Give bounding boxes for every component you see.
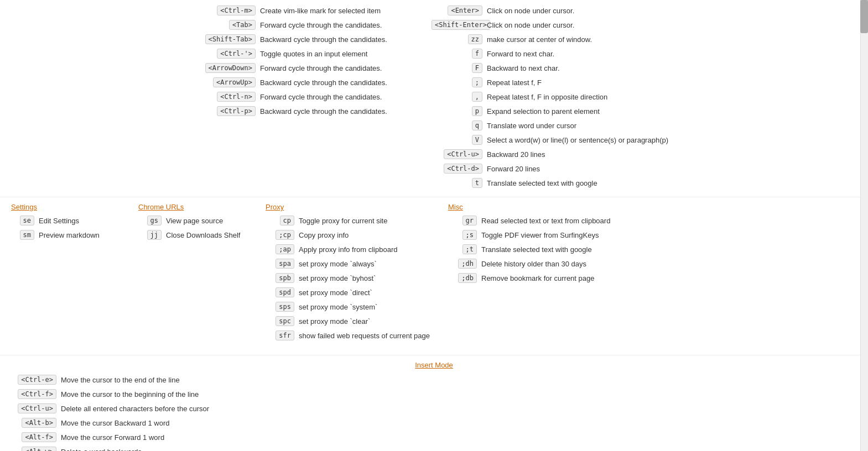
key-row: pExpand selection to parent element (432, 105, 708, 117)
keyboard-shortcut: sm (20, 230, 34, 240)
key-row: ,Repeat latest f, F in opposite directio… (432, 91, 708, 103)
key-cell: spa (266, 259, 299, 269)
key-cell: sps (266, 302, 299, 312)
key-row: <Ctrl-f>Move the cursor to the beginning… (11, 388, 857, 400)
key-cell: ; (432, 77, 487, 87)
key-cell: spb (266, 273, 299, 283)
key-cell: q (432, 120, 487, 130)
shortcut-description: Backward cycle through the candidates. (260, 35, 420, 44)
key-cell: sfr (266, 331, 299, 340)
key-cell: , (432, 92, 487, 102)
key-cell: <Enter> (432, 6, 487, 15)
shortcut-description: Close Downloads Shelf (166, 231, 266, 239)
shortcut-description: Move the cursor Forward 1 word (61, 433, 857, 442)
key-row: spaset proxy mode `always` (266, 258, 448, 270)
keyboard-shortcut: f (472, 49, 482, 59)
shortcut-description: Create vim-like mark for selected item (260, 7, 420, 15)
shortcut-description: Translate selected text with google (481, 245, 857, 254)
shortcut-description: Translate word under cursor (487, 122, 708, 130)
keyboard-shortcut: t (472, 178, 482, 188)
key-cell: cp (266, 216, 299, 226)
shortcut-description: Toggle proxy for current site (299, 217, 448, 225)
key-cell: <ArrowDown> (199, 63, 260, 73)
key-cell: <Shift-Enter> (432, 20, 487, 30)
key-cell: sm (11, 230, 39, 240)
insert-mode-title: Insert Mode (415, 361, 453, 369)
key-row: <ArrowUp>Backward cycle through the cand… (199, 76, 420, 88)
key-row: <Ctrl-e>Move the cursor to the end of th… (11, 374, 857, 386)
scrollbar[interactable]: ▲ ▼ (860, 0, 868, 451)
keyboard-shortcut: <Alt-w> (22, 447, 56, 451)
key-row: qTranslate word under cursor (432, 119, 708, 132)
shortcut-description: Translate selected text with google (487, 179, 708, 187)
keyboard-shortcut: jj (147, 230, 162, 240)
key-row: <Ctrl-d>Forward 20 lines (432, 162, 708, 175)
key-cell: zz (432, 34, 487, 44)
keyboard-shortcut: , (472, 92, 482, 102)
shortcut-description: set proxy mode `direct` (299, 289, 448, 297)
shortcut-description: set proxy mode `byhost` (299, 274, 448, 282)
candidates-section: <Ctrl-m>Create vim-like mark for selecte… (199, 4, 420, 191)
keyboard-shortcut: spc (276, 316, 294, 326)
key-row: <ArrowDown>Forward cycle through the can… (199, 62, 420, 74)
shortcut-description: Delete a word backwards (61, 448, 857, 452)
key-cell: jj (138, 230, 166, 240)
key-row: <Ctrl-p>Backward cycle through the candi… (199, 105, 420, 117)
shortcut-description: Forward cycle through the candidates. (260, 93, 420, 101)
key-cell: ;db (448, 273, 481, 283)
key-cell: <Ctrl-u> (11, 403, 61, 413)
shortcut-description: show failed web requests of current page (299, 332, 448, 340)
key-row: seEdit Settings (11, 214, 138, 227)
shortcut-description: Move the cursor to the beginning of the … (61, 390, 857, 398)
keyboard-shortcut: <Ctrl-m> (217, 6, 256, 15)
key-cell: spc (266, 316, 299, 326)
key-cell: <Ctrl-d> (432, 164, 487, 174)
key-cell: <Ctrl-p> (199, 106, 260, 116)
keyboard-shortcut: <ArrowUp> (213, 77, 256, 87)
shortcut-description: Read selected text or text from clipboar… (481, 217, 857, 225)
key-cell: <Shift-Tab> (199, 34, 260, 44)
key-row: ;dbRemove bookmark for current page (448, 272, 857, 284)
shortcut-description: Select a word(w) or line(l) or sentence(… (487, 136, 708, 144)
keyboard-shortcut: ;cp (276, 230, 294, 240)
keyboard-shortcut: <Tab> (229, 20, 256, 30)
shortcut-description: Forward cycle through the candidates. (260, 21, 420, 29)
keyboard-shortcut: ;t (462, 244, 477, 254)
key-row: <Ctrl-u>Delete all entered characters be… (11, 402, 857, 415)
shortcut-description: set proxy mode `clear` (299, 317, 448, 326)
key-row: cpToggle proxy for current site (266, 214, 448, 227)
key-row: <Ctrl-'>Toggle quotes in an input elemen… (199, 48, 420, 60)
shortcut-description: make cursor at center of window. (487, 35, 708, 44)
key-row: ;tTranslate selected text with google (448, 243, 857, 255)
shortcut-description: Backward cycle through the candidates. (260, 78, 420, 87)
keyboard-shortcut: ;ap (276, 244, 294, 254)
key-row: spcset proxy mode `clear` (266, 315, 448, 327)
keyboard-shortcut: <ArrowDown> (205, 63, 256, 73)
keyboard-shortcut: q (472, 120, 482, 130)
key-cell: p (432, 106, 487, 116)
key-row: FBackward to next char. (432, 62, 708, 74)
scrollbar-thumb[interactable] (860, 0, 868, 33)
key-row: <Ctrl-m>Create vim-like mark for selecte… (199, 4, 420, 17)
key-cell: ;t (448, 244, 481, 254)
proxy-title: Proxy (266, 203, 448, 211)
shortcut-description: Move the cursor Backward 1 word (61, 419, 857, 427)
key-cell: F (432, 63, 487, 73)
node-actions-section: <Enter>Click on node under cursor.<Shift… (432, 4, 708, 191)
key-cell: f (432, 49, 487, 59)
key-cell: gs (138, 216, 166, 226)
key-row: gsView page source (138, 214, 266, 227)
shortcut-description: set proxy mode `system` (299, 303, 448, 311)
shortcut-description: Edit Settings (39, 217, 138, 225)
key-cell: V (432, 135, 487, 145)
keyboard-shortcut: <Ctrl-u> (444, 149, 482, 159)
shortcut-description: View page source (166, 217, 266, 225)
key-cell: se (11, 216, 39, 226)
key-row: <Ctrl-n>Forward cycle through the candid… (199, 91, 420, 103)
proxy-section: Proxy cpToggle proxy for current site;cp… (266, 203, 448, 344)
key-cell: <Ctrl-'> (199, 49, 260, 59)
keyboard-shortcut: <Ctrl-n> (217, 92, 256, 102)
key-cell: <Ctrl-m> (199, 6, 260, 15)
middle-section: Settings seEdit SettingssmPreview markdo… (0, 197, 868, 349)
key-row: ;dhDelete history older than 30 days (448, 258, 857, 270)
